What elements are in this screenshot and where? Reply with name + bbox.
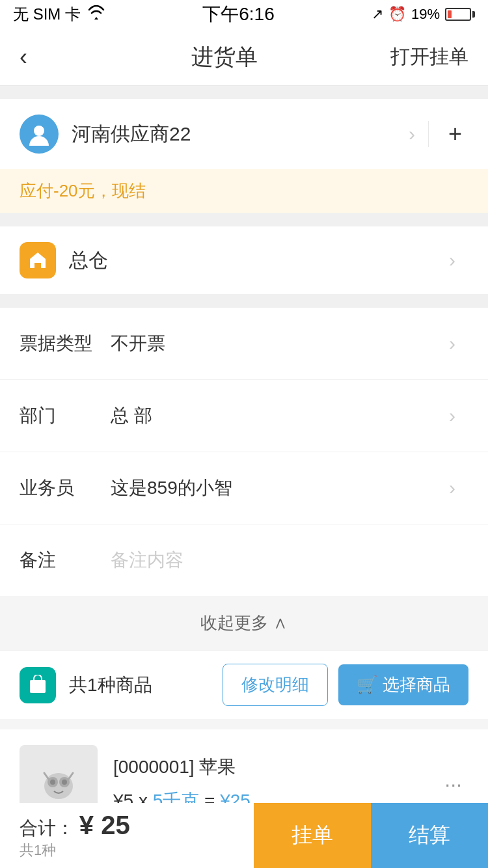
status-right: ↗ ⏰ 19%: [372, 6, 475, 23]
supplier-name: 河南供应商22: [72, 121, 409, 148]
staff-row[interactable]: 业务员 这是859的小智 ›: [0, 452, 488, 524]
bottom-bar: 合计： ¥ 25 共1种 挂单 结算: [0, 803, 488, 868]
remark-row[interactable]: 备注 备注内容: [0, 524, 488, 596]
total-row: 合计： ¥ 25: [20, 811, 234, 841]
divider-1: [0, 213, 488, 226]
svg-point-0: [34, 126, 44, 136]
supplier-chevron-icon: ›: [409, 123, 415, 145]
remark-label: 备注: [20, 548, 98, 573]
form-section: 票据类型 不开票 › 部门 总 部 › 业务员 这是859的小智 › 备注 备注…: [0, 307, 488, 596]
dept-chevron-icon: ›: [449, 405, 455, 427]
carrier-label: 无 SIM 卡: [13, 4, 81, 25]
back-button[interactable]: ‹: [20, 44, 59, 71]
divider-top: [0, 86, 488, 99]
divider-2: [0, 294, 488, 307]
add-supplier-button[interactable]: +: [442, 120, 468, 148]
collapse-bar[interactable]: 收起更多 ∧: [0, 596, 488, 650]
total-label: 合计：: [20, 818, 74, 838]
nav-bar: ‹ 进货单 打开挂单: [0, 29, 488, 86]
product-more-button[interactable]: ···: [438, 766, 468, 803]
product-section-icon: [20, 667, 56, 703]
supplier-row[interactable]: 河南供应商22 › +: [0, 99, 488, 169]
checkout-button[interactable]: 结算: [371, 803, 488, 868]
alarm-icon: ⏰: [388, 6, 406, 23]
warehouse-section: 总仓 ›: [0, 226, 488, 294]
staff-chevron-icon: ›: [449, 477, 455, 499]
page-title: 进货单: [191, 42, 258, 72]
remark-input[interactable]: 备注内容: [111, 548, 468, 573]
warehouse-chevron-icon: ›: [449, 249, 455, 271]
warehouse-name: 总仓: [69, 247, 449, 274]
invoice-label: 票据类型: [20, 331, 98, 356]
svg-point-6: [50, 780, 55, 785]
edit-detail-button[interactable]: 修改明细: [223, 664, 328, 706]
staff-value: 这是859的小智: [111, 476, 449, 500]
total-count: 共1种: [20, 841, 234, 860]
location-icon: ↗: [372, 6, 383, 23]
cart-icon: 🛒: [357, 675, 377, 695]
dept-label: 部门: [20, 403, 98, 428]
invoice-row[interactable]: 票据类型 不开票 ›: [0, 307, 488, 379]
dept-value: 总 部: [111, 403, 449, 428]
product-name: [0000001] 苹果: [113, 755, 438, 780]
svg-point-3: [44, 773, 73, 799]
svg-rect-1: [34, 263, 41, 268]
wifi-icon: [87, 5, 105, 23]
select-product-button[interactable]: 🛒 选择商品: [338, 664, 468, 705]
status-bar: 无 SIM 卡 下午6:16 ↗ ⏰ 19%: [0, 0, 488, 29]
total-section: 合计： ¥ 25 共1种: [0, 811, 254, 860]
warehouse-icon: [20, 242, 56, 278]
supplier-avatar: [20, 115, 59, 154]
staff-label: 业务员: [20, 476, 98, 500]
invoice-chevron-icon: ›: [449, 332, 455, 355]
hang-button[interactable]: 挂单: [254, 803, 371, 868]
total-amount: ¥ 25: [79, 811, 130, 839]
select-product-label: 选择商品: [383, 673, 450, 696]
product-header: 共1种商品 修改明细 🛒 选择商品: [0, 650, 488, 719]
notice-bar: 应付-20元，现结: [0, 169, 488, 213]
status-left: 无 SIM 卡: [13, 4, 105, 25]
dept-row[interactable]: 部门 总 部 ›: [0, 379, 488, 452]
vertical-divider: [428, 121, 429, 147]
open-hang-button[interactable]: 打开挂单: [390, 44, 468, 70]
supplier-section: 河南供应商22 › + 应付-20元，现结: [0, 99, 488, 213]
status-time: 下午6:16: [202, 2, 275, 27]
invoice-value: 不开票: [111, 331, 449, 356]
svg-point-7: [62, 780, 67, 785]
battery-icon: [445, 8, 475, 21]
svg-rect-2: [30, 680, 46, 693]
product-count-label: 共1种商品: [69, 673, 223, 698]
warehouse-row[interactable]: 总仓 ›: [0, 226, 488, 294]
battery-percent: 19%: [411, 6, 440, 23]
